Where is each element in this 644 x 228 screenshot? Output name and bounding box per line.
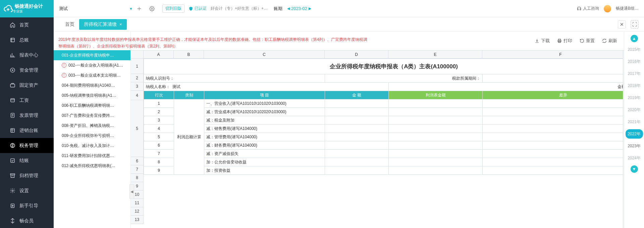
- tab-close-all-icon[interactable]: ✕: [618, 20, 626, 28]
- diff-cell[interactable]: [483, 150, 644, 158]
- form-item-006[interactable]: 006-职工薪酬纳税调整明细…: [54, 100, 130, 110]
- pl-cell[interactable]: [389, 125, 483, 133]
- pl-cell[interactable]: [389, 166, 483, 175]
- diff-cell[interactable]: [483, 158, 644, 166]
- sidebar-item-setting[interactable]: 设置: [0, 183, 54, 198]
- col-C[interactable]: C: [204, 51, 325, 58]
- sidebar-item-home[interactable]: 首页: [0, 17, 54, 32]
- sidebar-item-archive[interactable]: 归档管理: [0, 168, 54, 183]
- form-item-008[interactable]: 008-资产折旧、摊销及纳税…: [54, 121, 130, 131]
- item-cell[interactable]: 一、营业收入(请写A101010\101020\103000): [204, 99, 325, 108]
- refresh-button[interactable]: 刷新: [602, 38, 617, 44]
- tab[interactable]: 所得税汇算清缴×: [79, 19, 127, 30]
- diff-cell[interactable]: [483, 133, 644, 141]
- sidebar-item-funds[interactable]: 资金管理: [0, 63, 54, 78]
- sidebar-item-salary[interactable]: 工资: [0, 93, 54, 108]
- item-cell[interactable]: 减：税金及附加: [204, 116, 325, 125]
- year-2022年[interactable]: 2022年: [626, 129, 643, 139]
- tab[interactable]: 首页: [60, 19, 79, 30]
- item-cell[interactable]: 减：销售费用(请写A104000): [204, 125, 325, 133]
- form-item-002[interactable]: !002-一般企业收入明细表(A1…: [54, 60, 130, 70]
- form-item-007[interactable]: 007-广告费和业务宣传费跨…: [54, 110, 130, 121]
- year-2024年[interactable]: 2024年: [626, 153, 643, 163]
- item-cell[interactable]: 减：财务费用(请写A104000): [204, 141, 325, 150]
- amount-cell[interactable]: [325, 158, 389, 166]
- diff-cell[interactable]: [483, 141, 644, 150]
- amount-cell[interactable]: [325, 99, 389, 108]
- amount-cell[interactable]: [325, 133, 389, 141]
- year-2015年[interactable]: 2015年: [626, 45, 643, 54]
- settings-icon[interactable]: [148, 4, 156, 13]
- col-E[interactable]: E: [388, 51, 482, 58]
- year-2018年[interactable]: 2018年: [626, 81, 643, 90]
- year-2021年[interactable]: 2021年: [626, 117, 643, 127]
- col-F[interactable]: F: [482, 51, 639, 58]
- form-item-010[interactable]: 010-免税、减计收入及加计…: [54, 141, 130, 151]
- avatar[interactable]: [604, 5, 611, 12]
- sidebar-item-assets[interactable]: 固定资产: [0, 78, 54, 93]
- pl-cell[interactable]: [389, 141, 483, 150]
- sidebar-item-guide[interactable]: 新手引导: [0, 198, 54, 213]
- amount-cell[interactable]: [325, 116, 389, 125]
- col-B[interactable]: B: [174, 51, 204, 58]
- amount-cell[interactable]: [325, 108, 389, 116]
- year-2016年[interactable]: 2016年: [626, 57, 643, 66]
- item-cell[interactable]: 加：公允价值变动收益: [204, 158, 325, 166]
- pl-cell[interactable]: [389, 133, 483, 141]
- item-cell[interactable]: 减：管理费用(请写A104000): [204, 133, 325, 141]
- amount-cell[interactable]: [325, 141, 389, 150]
- amount-cell[interactable]: [325, 125, 389, 133]
- chevron-left-icon[interactable]: ◀: [287, 6, 290, 11]
- add-button[interactable]: [135, 4, 144, 13]
- col-D[interactable]: D: [325, 51, 388, 58]
- human-service-button[interactable]: 人工咨询: [577, 6, 599, 11]
- tab-expand-icon[interactable]: ⛶: [631, 20, 639, 28]
- user-name[interactable]: 畅捷通B组…: [616, 6, 639, 11]
- sidebar-item-pso[interactable]: 进销台账: [0, 123, 54, 138]
- diff-cell[interactable]: [483, 99, 644, 108]
- amount-cell[interactable]: [325, 166, 389, 175]
- reset-button[interactable]: 重置: [580, 38, 595, 44]
- diff-cell[interactable]: [483, 116, 644, 125]
- year-down-icon[interactable]: ▼: [631, 165, 638, 173]
- spreadsheet[interactable]: A B C D E F 12345678910111213 企业所得税年度纳税申: [131, 50, 644, 228]
- diff-cell[interactable]: [483, 108, 644, 116]
- pl-cell[interactable]: [389, 116, 483, 125]
- collapse-handle[interactable]: ◀: [129, 184, 134, 199]
- amount-cell[interactable]: [325, 150, 389, 158]
- form-item-012[interactable]: 012-减免所得税优惠明细表(…: [54, 161, 130, 171]
- diff-cell[interactable]: [483, 166, 644, 175]
- year-2017年[interactable]: 2017年: [626, 69, 643, 78]
- form-item-004[interactable]: 004-期间费用明细表(A1040…: [54, 80, 130, 90]
- company-selector[interactable]: 测试 ▼: [59, 6, 133, 12]
- item-cell[interactable]: 减：资产减值损失: [204, 150, 325, 158]
- item-cell[interactable]: 减：营业成本(请写A102010\102020\103000): [204, 108, 325, 116]
- sidebar-item-ledger[interactable]: 总账: [0, 32, 54, 48]
- form-item-003[interactable]: !003-一般企业成本支出明细…: [54, 70, 130, 80]
- close-icon[interactable]: ×: [119, 22, 122, 27]
- col-A[interactable]: A: [144, 51, 174, 58]
- period-selector[interactable]: ◀ 2023-02 ▶: [286, 6, 313, 11]
- year-2019年[interactable]: 2019年: [626, 93, 643, 102]
- sidebar-item-invoice[interactable]: 发票管理: [0, 108, 54, 123]
- year-up-icon[interactable]: ▲: [631, 35, 638, 42]
- diff-cell[interactable]: [483, 125, 644, 133]
- sidebar-item-tax[interactable]: 税务管理: [0, 138, 54, 153]
- sidebar-item-close[interactable]: 结账: [0, 153, 54, 168]
- pl-cell[interactable]: [389, 158, 483, 166]
- grid[interactable]: 企业所得税年度纳税申报表（A类）主表(A100000) 纳税人识别号： 税款所属…: [144, 59, 644, 175]
- year-2020年[interactable]: 2020年: [626, 105, 643, 115]
- switch-old-version-button[interactable]: 切到旧版: [162, 4, 184, 13]
- print-button[interactable]: 打印: [557, 38, 572, 44]
- sidebar-item-member[interactable]: 畅会员: [0, 213, 54, 228]
- download-button[interactable]: 下载: [535, 38, 550, 44]
- pl-cell[interactable]: [389, 99, 483, 108]
- form-item-009[interactable]: 009-企业所得税弥补亏损明…: [54, 131, 130, 141]
- item-cell[interactable]: 加：投资收益: [204, 166, 325, 175]
- pl-cell[interactable]: [389, 108, 483, 116]
- year-2023年[interactable]: 2023年: [626, 141, 643, 151]
- form-item-005[interactable]: 005-纳税调整项目明细表(A1…: [54, 90, 130, 100]
- pl-cell[interactable]: [389, 150, 483, 158]
- sidebar-item-reports[interactable]: 报表中心: [0, 48, 54, 63]
- form-item-011[interactable]: 011-研发费用加计扣除优惠…: [54, 151, 130, 161]
